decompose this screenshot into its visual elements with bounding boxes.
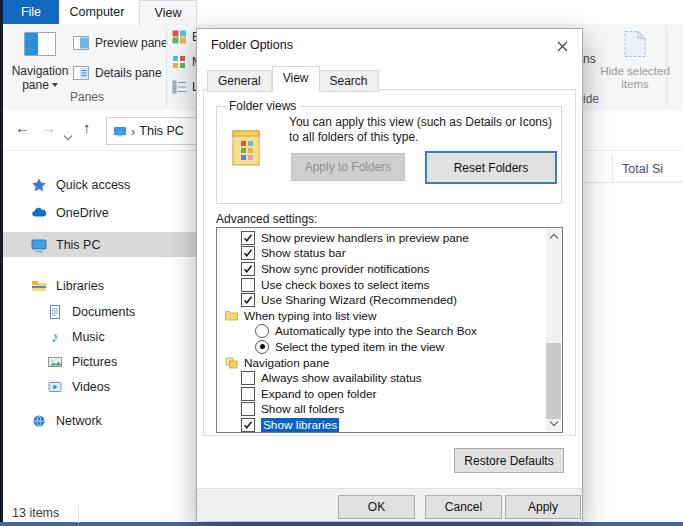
up-button[interactable]: ↑ [83,119,91,136]
scrollbar-thumb[interactable] [546,343,561,419]
window-bottom-border [0,522,683,526]
advanced-setting-row[interactable]: Use check boxes to select items [218,277,545,293]
sidebar-item-label: Videos [72,380,110,394]
advanced-setting-row[interactable]: Show status bar [218,246,545,262]
sidebar-item-music[interactable]: ♪Music [3,324,196,349]
restore-defaults-button[interactable]: Restore Defaults [454,448,564,473]
setting-label: Automatically type into the Search Box [275,324,477,338]
scroll-down-button[interactable] [546,416,561,431]
sidebar-item-label: OneDrive [56,206,109,220]
advanced-setting-row[interactable]: Use Sharing Wizard (Recommended) [218,292,545,308]
forward-button[interactable]: → [41,119,56,136]
checkbox[interactable] [241,278,255,292]
cancel-button[interactable]: Cancel [425,495,502,519]
preview-pane-button[interactable]: Preview pane [73,36,168,50]
checkbox[interactable] [241,371,255,385]
tab-computer[interactable]: Computer [59,0,135,24]
details-pane-button[interactable]: Details pane [73,66,162,80]
sidebar-item-onedrive[interactable]: OneDrive [3,200,196,225]
reset-folders-button[interactable]: Reset Folders [425,151,557,184]
navigation-pane: Quick accessOneDriveThis PCLibrariesDocu… [3,172,196,433]
sidebar-item-label: Network [56,414,102,428]
setting-label: Navigation pane [244,356,329,370]
address-bar[interactable]: › This PC [106,117,207,145]
folder-views-group: Folder views You can apply this view (su… [216,106,562,204]
star-icon [31,177,47,193]
checkbox[interactable] [241,418,255,432]
sidebar-item-videos[interactable]: Videos [3,374,196,399]
column-header-total-size[interactable]: Total Si [622,162,663,176]
folder-views-icon [229,129,263,169]
advanced-setting-row[interactable]: Show libraries [218,417,545,433]
chevron-down-icon [64,132,72,140]
scrollbar[interactable] [546,229,561,431]
radio-button[interactable] [255,340,269,354]
advanced-setting-row[interactable]: Show all folders [218,402,545,418]
sidebar-item-quick-access[interactable]: Quick access [3,172,196,197]
breadcrumb-separator: › [131,124,135,139]
checkbox[interactable] [241,246,255,260]
advanced-setting-row[interactable]: Show preview handlers in preview pane [218,230,545,246]
folder-options-dialog: Folder Options General View Search Folde… [196,28,583,521]
hide-selected-label: Hide selected [600,65,670,77]
close-button[interactable] [551,36,573,56]
sidebar-item-pictures[interactable]: Pictures [3,349,196,374]
ribbon-tab-bar: File Computer View [3,0,683,25]
sidebar-item-network[interactable]: Network [3,408,196,433]
hide-selected-items-button[interactable]: Hide selecteditems [599,30,671,91]
status-bar-item-count: 13 items [12,506,59,520]
sidebar-item-label: This PC [56,238,100,252]
view-tab-page: Folder views You can apply this view (su… [203,89,576,436]
advanced-setting-row[interactable]: Automatically type into the Search Box [218,324,545,340]
music-icon: ♪ [47,329,63,345]
sidebar-item-this-pc[interactable]: This PC [3,232,196,257]
sidebar-item-label: Quick access [56,178,130,192]
advanced-setting-row[interactable]: Show sync provider notifications [218,261,545,277]
folder-small-icon [225,310,238,321]
sidebar-item-libraries[interactable]: Libraries [3,273,196,298]
tab-view[interactable]: View [139,0,197,26]
apply-to-folders-button[interactable]: Apply to Folders [291,153,405,181]
setting-label: Show sync provider notifications [261,262,430,276]
ok-button[interactable]: OK [338,495,415,519]
cloud-icon [31,205,47,221]
hide-selected-label2: items [621,78,648,90]
this-pc-icon [113,125,127,138]
panes-group-label: Panes [37,90,137,104]
advanced-setting-row[interactable]: Expand to open folder [218,386,545,402]
scroll-up-button[interactable] [546,229,561,244]
sidebar-item-label: Pictures [72,355,117,369]
preview-pane-label: Preview pane [95,36,168,50]
checkbox[interactable] [241,231,255,245]
chevron-up-icon [549,234,557,242]
advanced-setting-row[interactable]: Select the typed item in the view [218,339,545,355]
radio-button[interactable] [255,324,269,338]
apply-button[interactable]: Apply [505,495,581,519]
advanced-settings-list[interactable]: Show preview handlers in preview paneSho… [216,227,563,433]
network-icon [31,413,47,429]
tab-view-settings[interactable]: View [272,66,320,92]
tab-search[interactable]: Search [320,70,379,92]
checkbox[interactable] [241,262,255,276]
checkbox[interactable] [241,387,255,401]
advanced-setting-row[interactable]: Always show availability status [218,370,545,386]
advanced-setting-row[interactable]: Navigation pane [218,355,545,371]
advanced-settings-label: Advanced settings: [216,212,317,226]
ribbon-separator [666,26,667,106]
sidebar-item-documents[interactable]: Documents [3,299,196,324]
recent-locations-button[interactable] [65,125,71,143]
back-button[interactable]: ← [15,119,30,136]
tab-file[interactable]: File [3,0,59,24]
folder-icon [31,278,47,294]
sidebar-item-label: Music [72,330,105,344]
close-icon [557,41,568,52]
picture-icon [47,354,63,370]
checkbox[interactable] [241,402,255,416]
advanced-setting-row[interactable]: When typing into list view [218,308,545,324]
tab-general[interactable]: General [207,70,272,92]
checkbox[interactable] [241,293,255,307]
setting-label: Show all folders [261,402,344,416]
breadcrumb[interactable]: This PC [139,124,183,138]
list-view-icon [172,80,187,94]
sidebar-item-label: Libraries [56,279,104,293]
